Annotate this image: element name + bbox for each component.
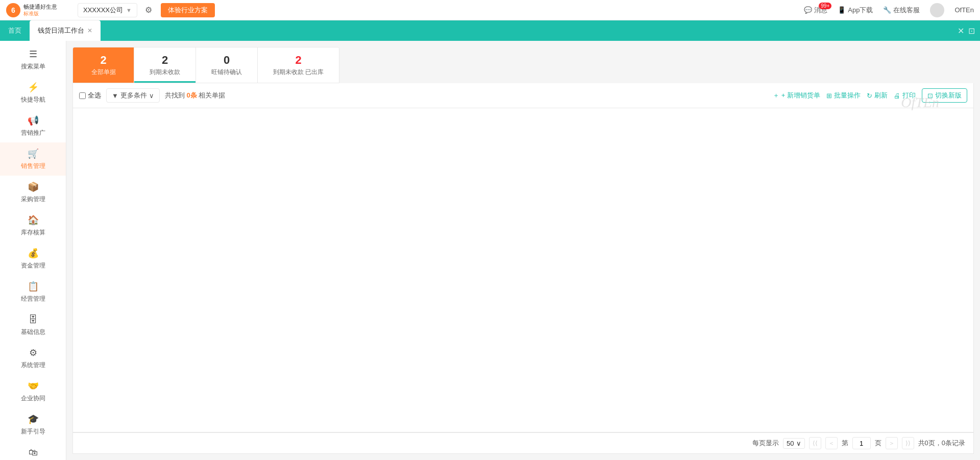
sidebar-item-newbie[interactable]: 🎓 新手引导	[0, 408, 66, 441]
message-badge: 99+	[819, 3, 831, 9]
sidebar-item-operations[interactable]: 📋 经营管理	[0, 275, 66, 308]
per-page-select[interactable]: 50 ∨	[783, 438, 804, 449]
page-label: 第	[842, 439, 848, 448]
stat-num-wangpu: 0	[211, 54, 242, 67]
select-all-checkbox[interactable]: 全选	[79, 91, 101, 100]
next-page-button[interactable]: ＞	[886, 437, 898, 449]
tab-workspace[interactable]: 钱货日清工作台 ✕	[30, 20, 101, 41]
sidebar-item-quicknav[interactable]: ⚡ 快捷导航	[0, 76, 66, 109]
quicknav-icon: ⚡	[27, 81, 39, 93]
finance-icon: 💰	[27, 247, 39, 259]
page-suffix: 页	[875, 439, 881, 448]
prev-page-button[interactable]: ＜	[825, 437, 838, 449]
sidebar-item-enterprise[interactable]: 🤝 企业协同	[0, 375, 66, 408]
stat-label-overdue: 到期未收款	[150, 68, 180, 77]
table-area	[72, 108, 974, 432]
tab-home-label: 首页	[8, 26, 21, 35]
top-header: 6 畅捷通好生意 标准版 XXXXXX公司 ▼ ⚙ 体验行业方案 💬 消息 99…	[0, 0, 980, 20]
sidebar-item-base-info[interactable]: 🗄 基础信息	[0, 308, 66, 342]
download-icon: 📱	[838, 6, 846, 14]
app-name: 畅捷通好生意	[23, 3, 57, 10]
tab-expand-icon[interactable]: ⊡	[968, 26, 975, 36]
marketing-icon: 📢	[27, 114, 39, 127]
tab-home[interactable]: 首页	[0, 20, 30, 41]
refresh-button[interactable]: ↻ 刷新	[867, 91, 888, 100]
filter-button[interactable]: ▼ 更多条件 ∨	[106, 88, 160, 103]
stat-tab-overdue-out[interactable]: 2 到期未收款 已出库	[258, 47, 339, 83]
print-label: 打印	[902, 91, 916, 100]
stats-tabs: 2 全部单据 2 到期未收款 0 旺铺待确认 2 到期未收款 已出库	[72, 47, 339, 83]
sidebar-marketing-label: 营销推广	[21, 129, 45, 137]
avatar[interactable]	[930, 3, 944, 17]
filter-arrow-icon: ∨	[149, 92, 154, 100]
stat-tab-wangpu[interactable]: 0 旺铺待确认	[196, 47, 258, 83]
operations-icon: 📋	[27, 280, 39, 293]
per-page-label: 每页显示	[752, 439, 779, 448]
system-icon: ⚙	[27, 347, 39, 359]
tab-bar: 首页 钱货日清工作台 ✕ ✕ ⊡	[0, 20, 980, 41]
switch-new-version-button[interactable]: ⊡ 切换新版	[922, 88, 967, 103]
company-selector[interactable]: XXXXXX公司 ▼	[78, 3, 137, 17]
sidebar-item-marketing[interactable]: 📢 营销推广	[0, 109, 66, 142]
stats-tabs-container: 2 全部单据 2 到期未收款 0 旺铺待确认 2 到期未收款 已出库	[72, 47, 974, 83]
online-service-label: 在线客服	[893, 6, 920, 15]
toolbar: 全选 ▼ 更多条件 ∨ 共找到 0条 相关单据 ＋ + 新增销货单	[72, 83, 974, 108]
last-page-button[interactable]: ⟩⟩	[902, 437, 914, 449]
sidebar-operations-label: 经营管理	[21, 295, 45, 303]
add-sales-order-button[interactable]: ＋ + 新增销货单	[773, 91, 820, 100]
tab-close-icon[interactable]: ✕	[87, 27, 92, 34]
result-text: 共找到 0条 相关单据	[165, 91, 225, 100]
select-all-input[interactable]	[79, 92, 86, 99]
company-dropdown-icon: ▼	[126, 7, 132, 13]
batch-operations-button[interactable]: ⊞ 批量操作	[826, 91, 861, 100]
sidebar-system-label: 系统管理	[21, 361, 45, 370]
message-item[interactable]: 💬 消息 99+	[804, 6, 827, 15]
sidebar-inventory-label: 库存核算	[21, 228, 45, 237]
tab-minimize-icon[interactable]: ✕	[958, 26, 964, 36]
stat-label-wangpu: 旺铺待确认	[211, 68, 242, 77]
sidebar-item-search[interactable]: ☰ 搜索菜单	[0, 43, 66, 76]
sidebar-item-system[interactable]: ⚙ 系统管理	[0, 342, 66, 375]
stat-tab-all[interactable]: 2 全部单据	[73, 47, 134, 83]
service-icon: 🔧	[883, 6, 891, 14]
settings-button[interactable]: ⚙	[141, 3, 156, 17]
content-area: 2 全部单据 2 到期未收款 0 旺铺待确认 2 到期未收款 已出库	[66, 41, 980, 460]
print-icon: 🖨	[894, 92, 900, 100]
stat-tab-overdue[interactable]: 2 到期未收款	[134, 47, 196, 83]
sidebar-item-purchase[interactable]: 📦 采购管理	[0, 176, 66, 209]
sales-icon: 🛒	[27, 148, 39, 160]
online-service-item[interactable]: 🔧 在线客服	[883, 6, 920, 15]
main-layout: ☰ 搜索菜单 ⚡ 快捷导航 📢 营销推广 🛒 销售管理 📦 采购管理 🏠 库存核…	[0, 41, 980, 460]
per-page-value: 50	[787, 440, 794, 447]
page-number-input[interactable]	[852, 437, 871, 449]
print-button[interactable]: 🖨 打印	[894, 91, 916, 100]
pagination-bar: 每页显示 50 ∨ ⟨⟨ ＜ 第 页 ＞ ⟩⟩ 共0页，0条记录	[72, 432, 974, 454]
sidebar-quicknav-label: 快捷导航	[21, 95, 45, 104]
sidebar-newbie-label: 新手引导	[21, 427, 45, 436]
gear-icon: ⚙	[145, 5, 152, 15]
first-page-button[interactable]: ⟨⟨	[809, 437, 821, 449]
logo-area: 6 畅捷通好生意 标准版	[6, 3, 72, 17]
avatar-name[interactable]: OfTEn	[954, 6, 974, 14]
tab-bar-right: ✕ ⊡	[958, 26, 980, 36]
toolbar-right: ＋ + 新增销货单 ⊞ 批量操作 ↻ 刷新 🖨 打印	[773, 88, 967, 103]
app-center-icon: 🛍	[27, 446, 39, 458]
batch-icon: ⊞	[826, 92, 832, 100]
sidebar-sales-label: 销售管理	[21, 162, 45, 171]
add-icon: ＋	[773, 91, 779, 100]
app-logo-icon: 6	[6, 3, 20, 17]
sidebar-item-app-center[interactable]: 🛍 应用中心	[0, 441, 66, 460]
sidebar-item-sales[interactable]: 🛒 销售管理	[0, 142, 66, 176]
purchase-icon: 📦	[27, 181, 39, 193]
sidebar-enterprise-label: 企业协同	[21, 394, 45, 403]
app-download-item[interactable]: 📱 App下载	[838, 6, 873, 15]
trial-button[interactable]: 体验行业方案	[161, 3, 215, 17]
sidebar-item-inventory[interactable]: 🏠 库存核算	[0, 209, 66, 242]
app-badge: 标准版	[23, 10, 57, 17]
batch-label: 批量操作	[834, 91, 861, 100]
total-label: 共0页，0条记录	[918, 439, 965, 448]
newbie-icon: 🎓	[27, 413, 39, 425]
tab-workspace-label: 钱货日清工作台	[38, 26, 84, 35]
switch-icon: ⊡	[927, 92, 933, 100]
sidebar-item-finance[interactable]: 💰 资金管理	[0, 242, 66, 275]
